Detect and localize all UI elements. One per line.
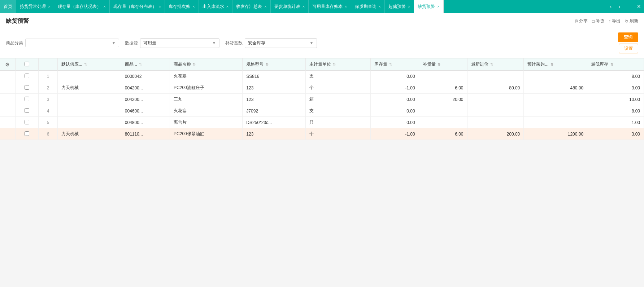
header-actions: ⎘ 分享 □ 补货 ↑ 导出 ↻ 刷新 xyxy=(575,18,638,24)
share-button[interactable]: ⎘ 分享 xyxy=(575,18,588,24)
sort-icon-replenish[interactable]: ⇅ xyxy=(438,62,440,66)
row-num-5: 6 xyxy=(39,128,58,140)
sort-icon-estimated[interactable]: ⇅ xyxy=(551,62,553,66)
datasource-value: 可用量 xyxy=(143,40,156,46)
close-tab-10[interactable]: × xyxy=(408,4,410,9)
settings-button[interactable]: 设置 xyxy=(619,44,638,53)
nav-tab-7[interactable]: 要货单统计表 × xyxy=(271,0,309,13)
replenish-button[interactable]: □ 补货 xyxy=(592,18,604,24)
row-check-0[interactable] xyxy=(25,74,29,78)
close-tab-11[interactable]: × xyxy=(437,4,439,9)
col-stock-qty: 库存量 ⇅ xyxy=(370,58,419,71)
page-content: 缺货预警 ⎘ 分享 □ 补货 ↑ 导出 ↻ 刷新 商品分类 xyxy=(0,13,644,140)
sort-icon-name[interactable]: ⇅ xyxy=(193,62,196,66)
sort-icon-min-stock[interactable]: ⇅ xyxy=(610,62,613,66)
row-estimated-4 xyxy=(524,117,587,128)
row-stock-5: -1.00 xyxy=(370,128,419,140)
nav-bar: 首页 拣货异常处理 × 现存量（库存状况表） × 现存量（库存分布表） × 库存… xyxy=(0,0,644,13)
row-stock-1: -1.00 xyxy=(370,82,419,94)
row-checkbox-2[interactable] xyxy=(15,94,39,105)
row-unit-1: 个 xyxy=(306,82,371,94)
sort-icon-spec[interactable]: ⇅ xyxy=(266,62,269,66)
row-num-4: 5 xyxy=(39,117,58,128)
nav-tab-1[interactable]: 拣货异常处理 × xyxy=(16,0,54,13)
row-num-1: 2 xyxy=(39,82,58,94)
nav-tab-8[interactable]: 可用量库存账本 × xyxy=(309,0,351,13)
export-icon: ↑ xyxy=(609,19,611,24)
row-spec-3: J7092 xyxy=(243,105,306,117)
col-spec-model: 规格型号 ⇅ xyxy=(243,58,306,71)
nav-tab-home[interactable]: 首页 xyxy=(0,0,16,13)
row-check-2[interactable] xyxy=(25,97,29,101)
nav-tab-4[interactable]: 库存批次账 × xyxy=(165,0,199,13)
row-check-4[interactable] xyxy=(25,120,29,124)
col-default-supplier: 默认供应... ⇅ xyxy=(57,58,121,71)
category-select[interactable]: ▼ xyxy=(25,39,119,47)
row-price-1: 80.00 xyxy=(467,82,524,94)
nav-tab-11[interactable]: 缺货预警 × xyxy=(414,0,443,13)
table-row: 2 力天机械 004200... PC200油缸庄子 123 个 -1.00 6… xyxy=(0,82,644,94)
sort-icon-unit[interactable]: ⇅ xyxy=(333,62,336,66)
nav-tab-5[interactable]: 出入库流水 × xyxy=(199,0,232,13)
col-min-stock: 最低库存 ⇅ xyxy=(587,58,644,71)
row-supplier-4 xyxy=(57,117,121,128)
datasource-select[interactable]: 可用量 ▼ xyxy=(140,38,219,48)
close-tab-7[interactable]: × xyxy=(303,4,305,9)
col-unit: 主计量单位 ⇅ xyxy=(306,58,371,71)
row-estimated-5: 1200.00 xyxy=(524,128,587,140)
row-check-3[interactable] xyxy=(25,108,29,113)
row-replenish-5: 6.00 xyxy=(419,128,467,140)
row-spec-1: 123 xyxy=(243,82,306,94)
row-checkbox-3[interactable] xyxy=(15,105,39,117)
row-name-4: 离合片 xyxy=(170,117,243,128)
close-tab-2[interactable]: × xyxy=(103,4,105,9)
row-stock-4: 0.00 xyxy=(370,117,419,128)
close-tab-8[interactable]: × xyxy=(345,4,347,9)
close-tab-3[interactable]: × xyxy=(159,4,161,9)
row-checkbox-0[interactable] xyxy=(15,71,39,82)
nav-tab-3[interactable]: 现存量（库存分布表） × xyxy=(110,0,165,13)
row-settings-4 xyxy=(0,117,15,128)
row-checkbox-5[interactable] xyxy=(15,128,39,140)
row-check-1[interactable] xyxy=(25,85,29,90)
row-checkbox-4[interactable] xyxy=(15,117,39,128)
nav-tab-9[interactable]: 保质期查询 × xyxy=(351,0,385,13)
data-table-wrapper: ⚙ 默认供应... ⇅ 商品... ⇅ 商品名称 xyxy=(0,58,644,140)
close-tab-6[interactable]: × xyxy=(264,4,266,9)
replenish-select[interactable]: 安全库存 ▼ xyxy=(245,38,317,48)
nav-arrow-right[interactable]: › xyxy=(615,0,624,13)
sort-icon-supplier[interactable]: ⇅ xyxy=(84,62,87,66)
row-price-3 xyxy=(467,105,524,117)
row-checkbox-1[interactable] xyxy=(15,82,39,94)
nav-arrow-left[interactable]: ‹ xyxy=(606,0,615,13)
row-unit-2: 箱 xyxy=(306,94,371,105)
nav-tab-2[interactable]: 现存量（库存状况表） × xyxy=(54,0,109,13)
row-replenish-1: 6.00 xyxy=(419,82,467,94)
table-row: 4 004600... 火花塞 J7092 支 0.00 8.00 xyxy=(0,105,644,117)
close-tab-1[interactable]: × xyxy=(48,4,50,9)
query-button[interactable]: 查询 xyxy=(618,32,638,42)
nav-win-minus[interactable]: — xyxy=(624,0,634,13)
col-settings[interactable]: ⚙ xyxy=(0,58,15,71)
close-tab-4[interactable]: × xyxy=(192,4,195,9)
sort-icon-stock[interactable]: ⇅ xyxy=(389,62,392,66)
nav-win-close[interactable]: ✕ xyxy=(634,0,644,13)
close-tab-5[interactable]: × xyxy=(226,4,229,9)
nav-tab-10[interactable]: 超储预警 × xyxy=(385,0,414,13)
nav-tab-6[interactable]: 收发存汇总表 × xyxy=(232,0,270,13)
select-all-checkbox[interactable] xyxy=(25,62,29,66)
row-settings-3 xyxy=(0,105,15,117)
settings-icon[interactable]: ⚙ xyxy=(5,62,10,67)
sort-icon-price[interactable]: ⇅ xyxy=(490,62,493,66)
col-checkbox xyxy=(15,58,39,71)
row-estimated-2 xyxy=(524,94,587,105)
close-tab-9[interactable]: × xyxy=(379,4,381,9)
refresh-button[interactable]: ↻ 刷新 xyxy=(625,18,638,24)
row-code-2: 004200... xyxy=(121,94,170,105)
row-replenish-3 xyxy=(419,105,467,117)
row-code-5: 801110... xyxy=(121,128,170,140)
replenish-icon: □ xyxy=(592,19,595,24)
sort-icon-code[interactable]: ⇅ xyxy=(139,62,142,66)
export-button[interactable]: ↑ 导出 xyxy=(609,18,621,24)
row-check-5[interactable] xyxy=(25,131,29,136)
